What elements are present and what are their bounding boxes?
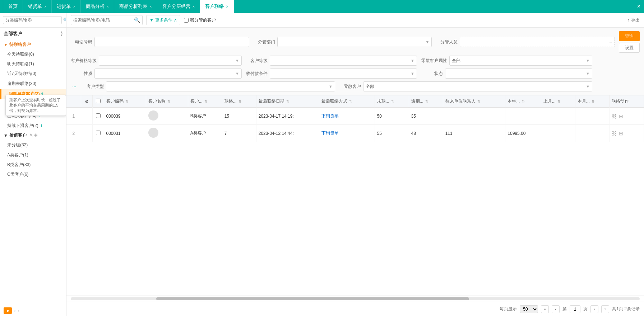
settings-button[interactable]: 设置 [619, 43, 640, 53]
sidebar-search-input[interactable] [3, 16, 62, 24]
row-select-checkbox-2[interactable] [96, 131, 101, 135]
grid-action-icon-1[interactable]: ⊞ [619, 113, 623, 119]
col-this-month[interactable]: 本月... ⇅ [575, 95, 609, 108]
col-last-contact-date[interactable]: 最后联络日期 ⇅ [256, 95, 319, 108]
nav-home[interactable]: 首页 [3, 0, 23, 13]
row-type-1: B类客户 [188, 108, 222, 125]
horizontal-scrollbar[interactable] [71, 297, 640, 300]
per-page-select[interactable]: 50 20 100 [520, 305, 538, 313]
sidebar-item-declining[interactable]: 持续下滑客户(2) ℹ [0, 121, 66, 131]
nav-product-analysis[interactable]: 商品分析 × [81, 0, 114, 13]
ellipsis-button[interactable]: ··· [71, 84, 78, 89]
manager-label: 分管人员 [436, 39, 458, 45]
col-name[interactable]: 客户名称 ⇅ [146, 95, 188, 108]
sidebar-bottom-indicator: ● [4, 307, 12, 314]
nature-arrow-icon: ▼ [235, 71, 239, 76]
last-page-button[interactable]: » [601, 305, 609, 313]
customer-level-select[interactable]: ▼ [270, 56, 417, 66]
nav-purchase-order[interactable]: 进货单 × [52, 0, 80, 13]
payment-terms-select[interactable]: ▼ [270, 69, 417, 79]
filter-search-input[interactable] [73, 18, 134, 23]
sidebar-item-class-b[interactable]: B类客户(33) [0, 160, 66, 170]
link-action-icon-1[interactable]: ⛓ [612, 113, 617, 119]
close-customer-segment-icon[interactable]: × [193, 4, 195, 9]
sidebar-item-today-pending[interactable]: 今天待联络(0) [0, 49, 66, 59]
close-customer-contact-icon[interactable]: × [226, 4, 228, 9]
close-product-analysis-icon[interactable]: × [107, 4, 109, 9]
sidebar-item-overdue-pending[interactable]: 逾期未联络(30) [0, 79, 66, 89]
col-code[interactable]: 客户编码 ⇅ [104, 95, 146, 108]
first-page-button[interactable]: « [541, 305, 549, 313]
sidebar-item-ungrouped[interactable]: 未分组(32) [0, 140, 66, 150]
manager-input-dotted[interactable]: ··· [460, 37, 615, 47]
col-checkbox[interactable] [92, 95, 104, 108]
col-contact-person[interactable]: 往来单位联系人 ⇅ [443, 95, 505, 108]
filter-price-level: 客户价格等级 ▼ [71, 56, 242, 66]
row-checkbox-1[interactable] [92, 108, 104, 125]
row-this-month-2 [575, 125, 609, 142]
nature-select[interactable]: ▼ [94, 69, 242, 79]
status-select[interactable]: ▼ [445, 69, 592, 79]
filter-search-icon[interactable]: 🔍 [134, 17, 140, 23]
sidebar-pending-group[interactable]: ▼ 待联络客户 [0, 40, 66, 49]
sidebar-value-customer-group[interactable]: ▼ 价值客户 ✎ ✚ [0, 131, 66, 140]
sidebar-item-7days-pending[interactable]: 近7天待联络(0) [0, 69, 66, 79]
scrollbar-thumb[interactable] [156, 297, 469, 300]
filter-ellipsis: ··· [71, 84, 78, 89]
col-contact-count[interactable]: 联络... ⇅ [222, 95, 256, 108]
triangle-icon: ▼ [4, 42, 8, 47]
select-all-checkbox[interactable] [96, 99, 101, 103]
filter-bar: 🔍 ▼ 更多条件 ∧ 我分管的客户 ↑ 导出 [66, 13, 644, 28]
sidebar-search-icon[interactable]: 🔍 [63, 16, 66, 24]
row-checkbox-2[interactable] [92, 125, 104, 142]
customer-type-arrow-icon: ▼ [329, 84, 333, 89]
col-last-month[interactable]: 上月... ⇅ [541, 95, 575, 108]
row-overdue-2: 48 [409, 125, 443, 142]
row-last-contact-way-2[interactable]: 下销货单 [319, 125, 375, 142]
sidebar-search-area: 🔍 [0, 13, 66, 28]
price-level-select[interactable]: ▼ [99, 56, 242, 66]
page-number-input[interactable] [570, 305, 580, 313]
close-all-tabs-button[interactable]: × [637, 3, 640, 10]
retail-customer-select[interactable]: 全部 ▼ [363, 81, 592, 91]
col-type[interactable]: 客户... ⇅ [188, 95, 222, 108]
nav-product-analysis-list[interactable]: 商品分析列表 × [114, 0, 157, 13]
edit-icon[interactable]: ✎ [29, 133, 33, 138]
col-last-contact-way[interactable]: 最后联络方式 ⇅ [319, 95, 375, 108]
table-wrapper: ⚙ 客户编码 ⇅ 客户名称 ⇅ 客户... ⇅ 联络... ⇅ 最后联络日期 ⇅… [66, 95, 644, 296]
grid-action-icon-2[interactable]: ⊞ [619, 131, 623, 136]
col-overdue[interactable]: 逾期... ⇅ [409, 95, 443, 108]
col-settings[interactable]: ⚙ [81, 95, 92, 108]
nav-customer-contact[interactable]: 客户联络 × [200, 0, 233, 13]
more-conditions-button[interactable]: ▼ 更多条件 ∧ [146, 15, 180, 25]
sidebar-item-tomorrow-pending[interactable]: 明天待联络(1) [0, 59, 66, 69]
nav-customer-segment[interactable]: 客户分层经营 × [157, 0, 200, 13]
phone-input[interactable] [94, 37, 249, 47]
customer-type-select[interactable]: ▼ [106, 81, 335, 91]
close-purchase-order-icon[interactable]: × [73, 4, 75, 9]
nav-sales-order[interactable]: 销货单 × [23, 0, 52, 13]
query-button[interactable]: 查询 [619, 31, 640, 41]
department-select[interactable]: ▼ [277, 37, 432, 47]
col-this-year[interactable]: 本年... ⇅ [505, 95, 541, 108]
next-page-button[interactable]: › [590, 305, 598, 313]
prev-page-button[interactable]: ‹ [552, 305, 560, 313]
sidebar-collapse-icon[interactable]: ⟩ [61, 31, 62, 37]
col-num [66, 95, 81, 108]
row-select-checkbox-1[interactable] [96, 113, 101, 118]
sidebar-arrow-left[interactable]: ‹ [14, 308, 16, 313]
close-sales-order-icon[interactable]: × [44, 4, 46, 9]
add-icon[interactable]: ✚ [34, 133, 37, 138]
retail-attr-select[interactable]: 全部 ▼ [449, 56, 592, 66]
export-button[interactable]: ↑ 导出 [627, 17, 640, 23]
col-unlink-days[interactable]: 未联... ⇅ [375, 95, 409, 108]
content-area: 🔍 ▼ 更多条件 ∧ 我分管的客户 ↑ 导出 电话号码 [66, 13, 644, 316]
close-product-analysis-list-icon[interactable]: × [149, 4, 152, 9]
my-customers-checkbox-label[interactable]: 我分管的客户 [184, 17, 216, 23]
sidebar-arrow-right[interactable]: › [18, 308, 20, 313]
sidebar-item-class-c[interactable]: C类客户(6) [0, 170, 66, 179]
row-last-contact-way-1[interactable]: 下销货单 [319, 108, 375, 125]
my-customers-checkbox[interactable] [184, 18, 189, 23]
sidebar-item-class-a[interactable]: A类客户(1) [0, 150, 66, 160]
link-action-icon-2[interactable]: ⛓ [612, 131, 617, 136]
